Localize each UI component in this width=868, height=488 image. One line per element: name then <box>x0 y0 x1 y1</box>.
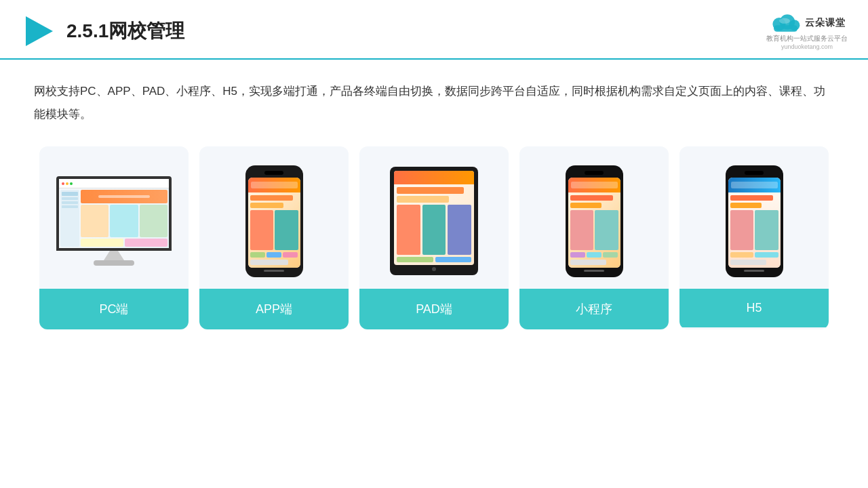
cards-container: PC端 <box>34 146 834 329</box>
phone-home-bar <box>264 270 284 272</box>
phone-h5 <box>726 165 783 277</box>
card-app: APP端 <box>199 146 349 329</box>
card-h5: H5 <box>679 146 829 329</box>
phone-body-app <box>245 165 303 277</box>
logo-subtitle: 教育机构一站式服务云平台 <box>766 34 848 43</box>
pc-monitor <box>56 176 172 266</box>
logo-main-text: 云朵课堂 <box>805 17 846 29</box>
card-image-pad <box>359 146 509 289</box>
phone-mini <box>566 165 623 277</box>
tablet-screen <box>394 171 474 265</box>
svg-rect-4 <box>774 25 797 32</box>
card-label-h5: H5 <box>679 289 829 327</box>
tablet-camera <box>432 267 436 271</box>
main-content: 网校支持PC、APP、PAD、小程序、H5，实现多端打通，产品各终端自由切换，数… <box>0 60 868 343</box>
card-miniprogram: 小程序 <box>519 146 669 329</box>
logo-cloud: 云朵课堂 <box>768 12 846 34</box>
play-icon <box>20 14 56 49</box>
logo-url: yunduoketang.com <box>781 43 833 50</box>
card-label-pc: PC端 <box>39 289 189 329</box>
phone-screen-mini <box>568 178 620 268</box>
page-title: 2.5.1网校管理 <box>66 18 184 44</box>
card-label-miniprogram: 小程序 <box>519 289 669 329</box>
phone-screen-h5 <box>728 178 781 268</box>
card-image-miniprogram <box>519 146 669 289</box>
phone-notch <box>264 171 283 175</box>
card-image-pc <box>39 146 189 289</box>
card-pc: PC端 <box>39 146 189 329</box>
svg-point-5 <box>779 18 790 24</box>
card-image-app <box>199 146 349 289</box>
cloud-logo-icon <box>768 12 801 34</box>
svg-marker-0 <box>26 16 53 46</box>
logo-area: 云朵课堂 教育机构一站式服务云平台 yunduoketang.com <box>766 12 848 50</box>
phone-body-h5 <box>726 165 783 277</box>
description-text: 网校支持PC、APP、PAD、小程序、H5，实现多端打通，产品各终端自由切换，数… <box>34 80 834 126</box>
tablet-body <box>390 167 478 275</box>
phone-app <box>245 165 303 277</box>
header-left: 2.5.1网校管理 <box>20 14 184 49</box>
card-label-app: APP端 <box>199 289 349 329</box>
phone-screen-app <box>248 178 300 268</box>
card-label-pad: PAD端 <box>359 289 509 329</box>
phone-body-mini <box>566 165 623 277</box>
monitor-screen <box>56 176 172 251</box>
card-image-h5 <box>679 146 829 289</box>
tablet-device <box>390 167 478 275</box>
card-pad: PAD端 <box>359 146 509 329</box>
header: 2.5.1网校管理 云朵课堂 教育机构一站式服务云平台 yunduoketang… <box>0 0 868 60</box>
